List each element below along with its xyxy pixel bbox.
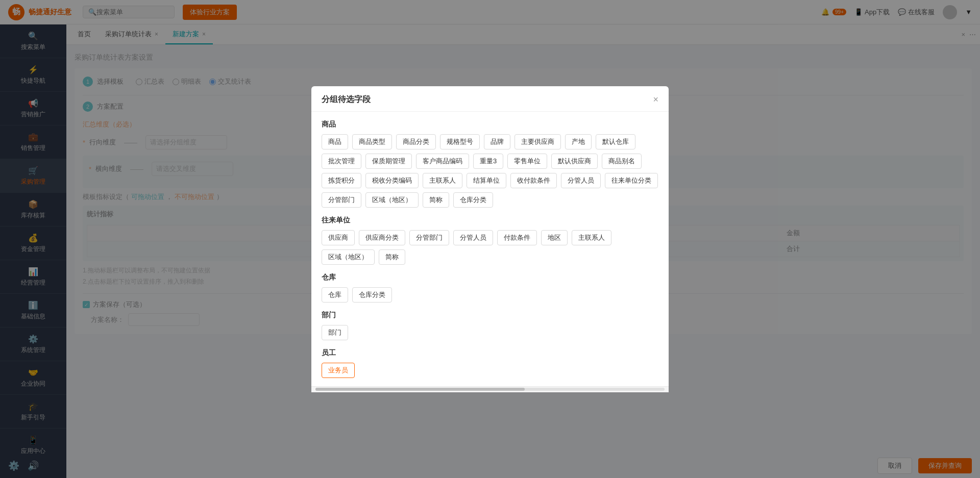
field-tag-0-21[interactable]: 往来单位分类 [605,173,658,188]
field-tag-1-3[interactable]: 分管人员 [453,230,493,245]
field-tag-2-0[interactable]: 仓库 [322,287,348,303]
field-tag-1-1[interactable]: 供应商分类 [359,230,405,245]
field-list-1: 供应商供应商分类分管部门分管人员付款条件地区主联系人区域（地区）简称 [322,230,658,265]
field-tag-2-1[interactable]: 仓库分类 [352,287,392,303]
field-tag-1-4[interactable]: 付款条件 [497,230,537,245]
field-group-title-2: 仓库 [322,273,658,282]
field-tag-0-2[interactable]: 商品分类 [396,134,436,149]
field-tag-0-11[interactable]: 重量3 [473,154,503,169]
field-tag-0-17[interactable]: 主联系人 [423,173,462,188]
field-tag-1-8[interactable]: 简称 [379,249,405,265]
field-list-4: 业务员 [322,363,658,378]
field-group-title-1: 往来单位 [322,216,658,225]
field-tag-0-25[interactable]: 仓库分类 [453,192,493,208]
field-tag-0-13[interactable]: 默认供应商 [551,154,598,169]
field-tag-0-15[interactable]: 拣货积分 [322,173,361,188]
field-group-title-3: 部门 [322,311,658,320]
field-tag-0-10[interactable]: 客户商品编码 [416,154,469,169]
field-tag-0-9[interactable]: 保质期管理 [365,154,412,169]
modal-title: 分组待选字段 [322,94,371,105]
field-tag-0-7[interactable]: 默认仓库 [596,134,635,149]
field-tag-0-0[interactable]: 商品 [322,134,348,149]
field-list-2: 仓库仓库分类 [322,287,658,303]
field-list-3: 部门 [322,325,658,340]
field-group-4: 员工业务员 [322,348,658,378]
field-group-1: 往来单位供应商供应商分类分管部门分管人员付款条件地区主联系人区域（地区）简称 [322,216,658,265]
field-group-title-0: 商品 [322,120,658,129]
field-group-3: 部门部门 [322,311,658,340]
field-tag-0-22[interactable]: 分管部门 [322,192,361,208]
horizontal-scrollbar[interactable] [315,388,665,391]
field-tag-0-14[interactable]: 商品别名 [602,154,642,169]
field-select-modal: 分组待选字段 × 商品商品商品类型商品分类规格型号品牌主要供应商产地默认仓库批次… [311,86,669,392]
field-tag-0-23[interactable]: 区域（地区） [365,192,419,208]
field-tag-4-0[interactable]: 业务员 [322,363,355,378]
field-tag-1-5[interactable]: 地区 [541,230,568,245]
field-group-0: 商品商品商品类型商品分类规格型号品牌主要供应商产地默认仓库批次管理保质期管理客户… [322,120,658,208]
field-tag-0-12[interactable]: 零售单位 [507,154,547,169]
scroll-thumb [315,388,525,391]
field-tag-0-3[interactable]: 规格型号 [440,134,480,149]
modal-header: 分组待选字段 × [311,86,669,112]
modal-body: 商品商品商品类型商品分类规格型号品牌主要供应商产地默认仓库批次管理保质期管理客户… [311,112,669,386]
field-tag-1-0[interactable]: 供应商 [322,230,355,245]
field-tag-1-2[interactable]: 分管部门 [409,230,449,245]
field-group-title-4: 员工 [322,348,658,358]
modal-scroll-bottom[interactable] [311,386,669,392]
field-tag-0-20[interactable]: 分管人员 [561,173,601,188]
field-tag-0-4[interactable]: 品牌 [484,134,510,149]
field-tag-0-1[interactable]: 商品类型 [352,134,392,149]
modal-close-btn[interactable]: × [653,94,658,105]
field-tag-0-5[interactable]: 主要供应商 [514,134,561,149]
field-tag-0-18[interactable]: 结算单位 [467,173,506,188]
field-group-2: 仓库仓库仓库分类 [322,273,658,303]
field-list-0: 商品商品类型商品分类规格型号品牌主要供应商产地默认仓库批次管理保质期管理客户商品… [322,134,658,208]
field-tag-1-6[interactable]: 主联系人 [572,230,611,245]
field-tag-0-19[interactable]: 收付款条件 [510,173,557,188]
field-tag-1-7[interactable]: 区域（地区） [322,249,375,265]
field-tag-0-16[interactable]: 税收分类编码 [365,173,419,188]
field-tag-0-8[interactable]: 批次管理 [322,154,361,169]
field-tag-3-0[interactable]: 部门 [322,325,348,340]
field-tag-0-6[interactable]: 产地 [565,134,592,149]
field-tag-0-24[interactable]: 简称 [423,192,449,208]
